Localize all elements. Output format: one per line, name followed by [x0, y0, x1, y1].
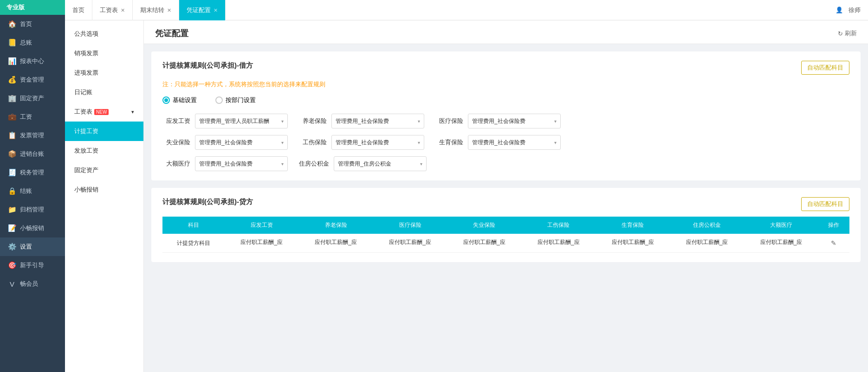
sidebar-icon-report-mini: 📝 — [8, 224, 16, 232]
select-yiliao[interactable]: 管理费用_社会保险费 ▾ — [468, 114, 561, 128]
sidebar-item-fixed-assets[interactable]: 🏢固定资产 — [0, 89, 65, 108]
tab-home[interactable]: 首页 — [65, 0, 92, 20]
select-yingfa-value: 管理费用_管理人员职工薪酬 — [199, 117, 281, 125]
left-nav-item-public-options[interactable]: 公共选项 — [65, 24, 143, 44]
sidebar-item-report-mini[interactable]: 📝小畅报销 — [0, 219, 65, 237]
section-debit-title: 计提核算规则(公司承担)-借方 — [162, 61, 253, 70]
left-nav-item-mini-report[interactable]: 小畅报销 — [65, 180, 143, 199]
table-row: 计提贷方科目 应付职工薪酬_应 应付职工薪酬_应 应付职工薪酬_应 应付职工薪酬… — [162, 234, 849, 253]
refresh-button[interactable]: ↻ 刷新 — [838, 29, 857, 38]
chevron-yiliao: ▾ — [554, 119, 557, 124]
refresh-icon: ↻ — [838, 30, 843, 37]
sidebar-icon-archive: 📁 — [8, 205, 16, 214]
content-wrapper: 公共选项销项发票进项发票日记账工资表NEW▾计提工资发放工资固定资产小畅报销 凭… — [65, 20, 868, 372]
select-shengyu[interactable]: 管理费用_社会保险费 ▾ — [468, 135, 561, 150]
label-gjj: 住房公积金 — [299, 160, 329, 168]
sidebar-icon-member: V — [8, 280, 16, 288]
sidebar-label-tax-mgmt: 税务管理 — [20, 168, 44, 177]
td-dae: 应付职工薪酬_应 — [744, 234, 818, 253]
tab-voucher-config[interactable]: 凭证配置 ✕ — [179, 0, 226, 20]
sidebar-item-salary[interactable]: 💼工资 — [0, 108, 65, 126]
sidebar-label-settings: 设置 — [20, 243, 32, 251]
sidebar-item-home[interactable]: 🏠首页 — [0, 15, 65, 33]
sidebar-item-ledger[interactable]: 📒总账 — [0, 33, 65, 52]
th-yanglao: 养老保险 — [299, 217, 373, 234]
sidebar-header: 专业版 — [0, 0, 65, 15]
select-gongshang[interactable]: 管理费用_社会保险费 ▾ — [331, 135, 424, 150]
select-gjj-value: 管理费用_住房公积金 — [338, 160, 420, 168]
left-nav-item-payroll-table[interactable]: 工资表NEW▾ — [65, 102, 143, 122]
chevron-yanglao: ▾ — [418, 119, 420, 124]
tab-label-period-close: 期末结转 — [140, 6, 164, 14]
user-icon: 👤 — [836, 6, 843, 13]
tab-close-period-close[interactable]: ✕ — [167, 7, 171, 13]
sidebar-item-invoice-mgmt[interactable]: 📋发票管理 — [0, 126, 65, 145]
app-edition: 专业版 — [6, 3, 25, 12]
tab-period-close[interactable]: 期末结转 ✕ — [133, 0, 179, 20]
sidebar-label-archive: 归档管理 — [20, 205, 44, 214]
td-shiye: 应付职工薪酬_应 — [447, 234, 522, 253]
select-gjj[interactable]: 管理费用_住房公积金 ▾ — [334, 156, 427, 171]
chevron-gjj: ▾ — [420, 161, 422, 167]
select-yingfa[interactable]: 管理费用_管理人员职工薪酬 ▾ — [195, 114, 288, 128]
section-debit: 计提核算规则(公司承担)-借方 自动匹配科目 注：只能选择一种方式，系统将按照您… — [151, 51, 861, 180]
user-label: 徐师 — [849, 6, 861, 14]
sidebar-item-close[interactable]: 🔒结账 — [0, 182, 65, 200]
sidebar-item-funds[interactable]: 💰资金管理 — [0, 71, 65, 89]
radio-dept-circle[interactable] — [215, 96, 223, 104]
label-yanglao: 养老保险 — [299, 117, 327, 125]
td-yingfa: 应付职工薪酬_应 — [225, 234, 299, 253]
td-edit[interactable]: ✎ — [818, 234, 849, 253]
td-row-label: 计提贷方科目 — [162, 234, 225, 253]
select-daeyiliao[interactable]: 管理费用_社会保险费 ▾ — [195, 156, 288, 171]
left-nav-label-pay-salary: 发放工资 — [74, 147, 98, 155]
select-shengyu-value: 管理费用_社会保险费 — [472, 139, 554, 147]
auto-match-debit-button[interactable]: 自动匹配科目 — [801, 61, 849, 75]
select-shiye[interactable]: 管理费用_社会保险费 ▾ — [195, 135, 288, 150]
topbar-right: 👤 徐师 — [836, 6, 868, 14]
left-nav-label-purchase-invoice: 进项发票 — [74, 69, 98, 77]
sidebar-item-guide[interactable]: 🎯新手引导 — [0, 256, 65, 275]
td-shengyu: 应付职工薪酬_应 — [596, 234, 670, 253]
tab-close-voucher-config[interactable]: ✕ — [214, 7, 218, 13]
left-nav-item-fixed-assets-nav[interactable]: 固定资产 — [65, 160, 143, 180]
tab-payroll[interactable]: 工资表 ✕ — [92, 0, 133, 20]
edit-icon[interactable]: ✎ — [831, 239, 836, 247]
sidebar-item-purchase-sales[interactable]: 📦进销台账 — [0, 145, 65, 163]
left-nav-item-pay-salary[interactable]: 发放工资 — [65, 141, 143, 160]
sidebar-item-archive[interactable]: 📁归档管理 — [0, 200, 65, 219]
sidebar-icon-salary: 💼 — [8, 113, 16, 121]
label-shiye: 失业保险 — [162, 138, 190, 147]
radio-basic-circle[interactable] — [162, 96, 170, 104]
select-yiliao-value: 管理费用_社会保险费 — [472, 117, 554, 125]
radio-dept[interactable]: 按部门设置 — [215, 96, 256, 104]
select-yanglao[interactable]: 管理费用_社会保险费 ▾ — [331, 114, 424, 128]
section-credit: 计提核算规则(公司承担)-贷方 自动匹配科目 科目 应发工资 养老保险 医疗保险… — [151, 188, 861, 262]
label-yiliao: 医疗保险 — [435, 117, 463, 125]
sidebar-item-settings[interactable]: ⚙️设置 — [0, 237, 65, 256]
sidebar-item-reports[interactable]: 📊报表中心 — [0, 52, 65, 71]
auto-match-credit-button[interactable]: 自动匹配科目 — [801, 197, 849, 211]
main-area: 首页工资表 ✕期末结转 ✕凭证配置 ✕ 👤 徐师 公共选项销项发票进项发票日记账… — [65, 0, 868, 372]
sidebar-label-fixed-assets: 固定资产 — [20, 94, 44, 103]
chevron-daeyiliao: ▾ — [281, 161, 284, 167]
left-nav-label-public-options: 公共选项 — [74, 30, 98, 38]
sidebar-item-member[interactable]: V畅会员 — [0, 275, 65, 293]
topbar: 首页工资表 ✕期末结转 ✕凭证配置 ✕ 👤 徐师 — [65, 0, 868, 20]
left-nav-item-sales-invoice[interactable]: 销项发票 — [65, 44, 143, 63]
left-nav-item-purchase-invoice[interactable]: 进项发票 — [65, 63, 143, 83]
left-nav-item-journal[interactable]: 日记账 — [65, 83, 143, 102]
th-dae: 大额医疗 — [744, 217, 818, 234]
form-grid: 应发工资 管理费用_管理人员职工薪酬 ▾ 养老保险 管理费用_社会保险费 ▾ — [162, 114, 849, 171]
radio-basic[interactable]: 基础设置 — [162, 96, 197, 104]
left-nav-item-calc-salary[interactable]: 计提工资 — [65, 122, 143, 141]
sidebar-icon-funds: 💰 — [8, 76, 16, 84]
field-yiliao: 医疗保险 管理费用_社会保险费 ▾ — [435, 114, 561, 128]
left-nav-label-calc-salary: 计提工资 — [74, 127, 98, 135]
td-yanglao: 应付职工薪酬_应 — [299, 234, 373, 253]
chevron-yingfa: ▾ — [281, 119, 284, 124]
field-yingfa: 应发工资 管理费用_管理人员职工薪酬 ▾ — [162, 114, 288, 128]
tab-label-voucher-config: 凭证配置 — [187, 6, 211, 14]
sidebar-item-tax-mgmt[interactable]: 🧾税务管理 — [0, 163, 65, 182]
tab-close-payroll[interactable]: ✕ — [121, 7, 125, 13]
